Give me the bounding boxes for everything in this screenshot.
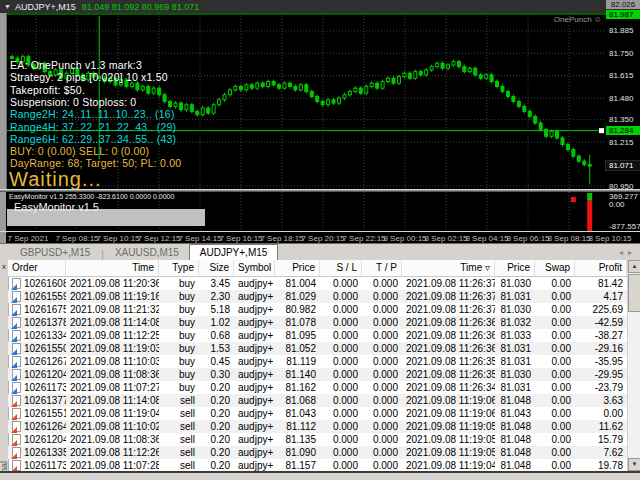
table-row[interactable]: 1026126702021.09.08 11:10:03buy0.45audjp…	[8, 355, 627, 368]
cell-swap: 0.00	[535, 329, 575, 342]
cell-type: buy	[159, 368, 199, 381]
cell-close_price: 81.031	[495, 381, 535, 394]
chart-dropdown-icon[interactable]: ▼	[4, 3, 11, 10]
ea-overlay-line: Takeprofit: $50.	[10, 84, 85, 96]
cell-close_time: 2021.09.08 11:26:34	[402, 381, 495, 394]
column-header-type[interactable]: Type	[159, 260, 199, 276]
chart-title: AUDJPY+,M15	[15, 2, 76, 12]
price-axis-label: 81.071	[606, 161, 640, 170]
chart-titlebar[interactable]: ▼ AUDJPY+,M15 81.049 81.092 80.969 81.07…	[0, 0, 640, 14]
cell-order: 102615507	[8, 342, 66, 355]
table-row[interactable]: 1026137762021.09.08 11:14:08sell0.20audj…	[8, 394, 627, 407]
tab-scroll-arrows[interactable]: ◂▸	[619, 248, 637, 257]
chart-tab-xauusd-m15[interactable]: XAUUSD,M15	[105, 245, 189, 261]
cell-symbol: audjpy+	[234, 394, 275, 407]
trades-table-header[interactable]: OrderTimeTypeSizeSymbolPriceS / LT / PTi…	[8, 260, 627, 277]
column-header-size[interactable]: Size	[199, 260, 234, 276]
table-row[interactable]: 1026155992021.09.08 11:19:16buy2.30audjp…	[8, 290, 627, 303]
cell-close_price: 81.048	[495, 433, 535, 446]
chart-tab-audjpy-m15[interactable]: AUDJPY+,M15	[189, 244, 279, 261]
table-row[interactable]: 1026126402021.09.08 11:10:02sell0.20audj…	[8, 420, 627, 433]
indicator-subwindow[interactable]: EasyMonitor v1.5 255.3300 -823.6100 0.00…	[6, 192, 606, 231]
table-row[interactable]: 1026117372021.09.08 11:07:27buy0.20audjp…	[8, 381, 627, 394]
cell-swap: 0.00	[535, 394, 575, 407]
ea-overlay-line: Range6H: 62..29..37..34..55.. (43)	[10, 133, 176, 145]
cell-order: 102612640	[8, 420, 66, 433]
column-header-price[interactable]: Price	[495, 260, 535, 276]
cell-open_time: 2021.09.08 11:08:36	[66, 368, 159, 381]
ea-waiting-text: Waiting...	[9, 168, 102, 189]
column-header-symbol[interactable]: Symbol	[234, 260, 275, 276]
column-header-profit[interactable]: Profit	[575, 260, 627, 276]
table-row[interactable]: 1026133532021.09.08 11:12:26sell0.20audj…	[8, 446, 627, 459]
cell-open_time: 2021.09.08 11:19:16	[66, 290, 159, 303]
table-scrollbar[interactable]: ▲ ▼	[627, 260, 640, 471]
scroll-thumb[interactable]	[628, 274, 640, 312]
table-row[interactable]: 1026133492021.09.08 11:12:25buy0.68audjp…	[8, 329, 627, 342]
time-axis-label: 8 Sep 00:15	[383, 234, 426, 243]
column-header-time[interactable]: Time	[66, 260, 159, 276]
column-header-price[interactable]: Price	[275, 260, 320, 276]
price-chart[interactable]: OnePunch ☺ EA: OnePunch v1.3 mark:3Strat…	[6, 13, 606, 189]
cell-close_price: 81.043	[495, 407, 535, 420]
cell-close_price: 81.031	[495, 290, 535, 303]
indicator-label: EasyMonitor v1.5 255.3300 -823.6100 0.00…	[9, 193, 174, 200]
terminal-close-button[interactable]: x	[0, 262, 8, 271]
cell-open_time: 2021.09.08 11:21:32	[66, 303, 159, 316]
cell-close_price: 81.030	[495, 303, 535, 316]
cell-size: 0.68	[199, 329, 234, 342]
cell-close_price: 81.030	[495, 277, 535, 290]
cell-sl: 0.000	[320, 355, 362, 368]
cell-profit: -29.95	[575, 368, 627, 381]
cell-close_price: 81.048	[495, 420, 535, 433]
cell-tp: 0.000	[362, 290, 402, 303]
cell-tp: 0.000	[362, 420, 402, 433]
time-axis[interactable]: 7 Sep 20217 Sep 08:157 Sep 10:157 Sep 12…	[6, 233, 640, 243]
cell-tp: 0.000	[362, 329, 402, 342]
cell-swap: 0.00	[535, 290, 575, 303]
column-header-order[interactable]: Order	[8, 260, 66, 276]
cell-symbol: audjpy+	[234, 433, 275, 446]
cell-size: 0.20	[199, 433, 234, 446]
cell-type: sell	[159, 407, 199, 420]
table-row[interactable]: 1026167592021.09.08 11:21:32buy5.18audjp…	[8, 303, 627, 316]
table-row[interactable]: 1026160822021.09.08 11:20:36buy3.45audjp…	[8, 277, 627, 290]
cell-symbol: audjpy+	[234, 446, 275, 459]
cell-open_time: 2021.09.08 11:10:02	[66, 420, 159, 433]
cell-type: buy	[159, 290, 199, 303]
column-header-swap[interactable]: Swap	[535, 260, 575, 276]
column-header-time[interactable]: Time ▿	[402, 260, 495, 276]
chart-ohlc-values: 81.049 81.092 80.969 81.071	[82, 2, 200, 12]
trades-table-body: 1026160822021.09.08 11:20:36buy3.45audjp…	[8, 277, 627, 472]
price-axis-label: 81.480	[606, 94, 640, 103]
cell-type: sell	[159, 420, 199, 433]
table-row[interactable]: 1026155072021.09.08 11:19:03buy1.53audjp…	[8, 342, 627, 355]
cell-open_price: 81.112	[275, 420, 320, 433]
table-row[interactable]: 1026120452021.09.08 11:08:36buy0.30audjp…	[8, 368, 627, 381]
column-header-sl[interactable]: S / L	[320, 260, 362, 276]
cell-close_time: 2021.09.08 11:26:37	[402, 290, 495, 303]
table-row[interactable]: 1026137862021.09.08 11:14:08buy1.02audjp…	[8, 316, 627, 329]
cell-sl: 0.000	[320, 316, 362, 329]
price-axis-label: 81.215	[606, 138, 640, 147]
cell-profit: -29.16	[575, 342, 627, 355]
cell-open_time: 2021.09.08 11:12:25	[66, 329, 159, 342]
cell-size: 0.20	[199, 381, 234, 394]
time-axis-label: 7 Sep 20:15	[301, 234, 344, 243]
chart-tab-gbpusd-m15[interactable]: GBPUSD+,M15	[10, 245, 100, 261]
indicator-axis-value: 0.00	[609, 200, 625, 209]
ea-overlay-line: BUY: 0 (0.00) SELL: 0 (0.00)	[10, 145, 149, 157]
cell-type: sell	[159, 446, 199, 459]
table-row[interactable]: 1026155162021.09.08 11:19:04sell0.20audj…	[8, 407, 627, 420]
cell-open_price: 81.095	[275, 329, 320, 342]
cell-tp: 0.000	[362, 394, 402, 407]
scroll-down-button[interactable]: ▼	[628, 458, 640, 471]
cell-type: buy	[159, 381, 199, 394]
table-row[interactable]: 1026120432021.09.08 11:08:36sell0.20audj…	[8, 433, 627, 446]
cell-swap: 0.00	[535, 381, 575, 394]
cell-open_time: 2021.09.08 11:14:08	[66, 394, 159, 407]
cell-symbol: audjpy+	[234, 277, 275, 290]
scroll-up-button[interactable]: ▲	[628, 260, 640, 273]
column-header-tp[interactable]: T / P	[362, 260, 402, 276]
cell-size: 0.30	[199, 368, 234, 381]
